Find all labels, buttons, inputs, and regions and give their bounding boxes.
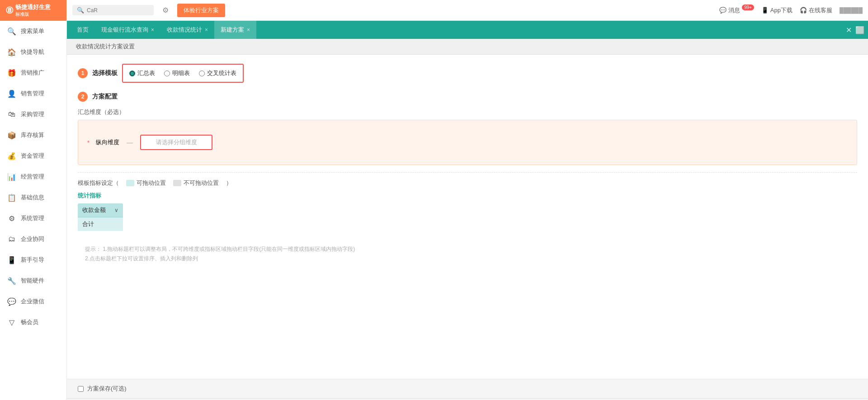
tab-cashflow[interactable]: 现金银行流水查询× xyxy=(95,21,160,39)
sidebar-item-label-quicknav: 快捷导航 xyxy=(21,48,44,56)
step2-title: 方案配置 xyxy=(92,93,118,101)
template-radio-group: 汇总表 明细表 交叉统计表 xyxy=(129,69,236,77)
sidebar-item-label-basic: 基础信息 xyxy=(21,193,44,202)
sidebar-item-label-hardware: 智能硬件 xyxy=(21,277,44,285)
notification-item[interactable]: 💬 消息 99+ xyxy=(719,6,754,14)
sidebar-item-finance[interactable]: 💰资金管理 xyxy=(0,146,66,166)
tab-close-receipt[interactable]: × xyxy=(205,27,208,33)
quicknav-icon: 🏠 xyxy=(7,48,16,56)
inventory-icon: 📦 xyxy=(7,131,16,140)
dimension-label: 汇总维度（必选） xyxy=(78,108,857,116)
dimension-row-label: 纵向维度 xyxy=(96,138,119,146)
stat-indicator-header[interactable]: 收款金额 ∨ xyxy=(78,203,123,217)
fixed-dot xyxy=(173,180,181,186)
form-container: 1 选择模板 汇总表 明细表 xyxy=(67,55,868,379)
tab-label-cashflow: 现金银行流水查询 xyxy=(101,26,148,34)
tab-new[interactable]: 新建方案× xyxy=(214,21,256,39)
support-label: 在线客服 xyxy=(809,6,832,14)
search-input[interactable] xyxy=(87,7,146,14)
radio-summary[interactable]: 汇总表 xyxy=(129,69,155,77)
dimension-select-placeholder: 请选择分组维度 xyxy=(156,139,197,146)
purchase-icon: 🛍 xyxy=(7,110,16,118)
sidebar-item-purchase[interactable]: 🛍采购管理 xyxy=(0,104,66,125)
tab-bar-actions: ✕ ⬜ xyxy=(846,26,864,34)
template-select-box: 汇总表 明细表 交叉统计表 xyxy=(122,64,244,83)
app-logo: ⑧ 畅捷通好生意 标准版 xyxy=(0,0,66,21)
search-icon: 🔍 xyxy=(77,7,84,14)
settings-icon[interactable]: ⚙ xyxy=(159,4,172,17)
top-bar: 🔍 ⚙ 体验行业方案 💬 消息 99+ 📱 App下载 🎧 在线客服 █████… xyxy=(67,0,868,21)
tip2: 2.点击标题栏下拉可设置排序、插入列和删除列 xyxy=(85,255,850,263)
step1-title: 选择模板 xyxy=(92,69,118,77)
user-name: ██████ xyxy=(840,7,863,14)
marketing-icon: 🎁 xyxy=(7,69,16,77)
radio-cross[interactable]: 交叉统计表 xyxy=(199,69,236,77)
sidebar-item-inventory[interactable]: 📦库存核算 xyxy=(0,125,66,146)
dimension-arrow: — xyxy=(127,139,133,146)
app-logo-text: ⑧ 畅捷通好生意 标准版 xyxy=(5,3,51,18)
sidebar-item-sales[interactable]: 👤销售管理 xyxy=(0,83,66,104)
step1-header: 1 选择模板 汇总表 明细表 xyxy=(78,64,857,83)
sidebar-item-label-sales: 销售管理 xyxy=(21,89,44,98)
tab-home[interactable]: 首页 xyxy=(71,21,95,39)
support-item[interactable]: 🎧 在线客服 xyxy=(800,6,832,14)
sidebar-item-coop[interactable]: 🗂企业协同 xyxy=(0,229,66,249)
save-checkbox-label[interactable]: 方案保存(可选) xyxy=(87,385,127,393)
notification-badge: 99+ xyxy=(742,5,754,10)
sidebar-item-label-guide: 新手引导 xyxy=(21,256,44,264)
sidebar-item-basic[interactable]: 📋基础信息 xyxy=(0,187,66,208)
sidebar-item-guide[interactable]: 📱新手引导 xyxy=(0,249,66,270)
tip1: 提示： 1.拖动标题栏可以调整布局，不可跨维度或指标区域拖动栏目字段(只能在同一… xyxy=(85,245,850,253)
content-area: 收款情况统计方案设置 1 选择模板 汇总表 xyxy=(67,39,868,400)
user-avatar[interactable]: ██████ xyxy=(840,7,863,14)
dimension-select-button[interactable]: 请选择分组维度 xyxy=(140,135,212,150)
app-name: 畅捷通好生意 xyxy=(15,3,51,11)
tab-close-cashflow[interactable]: × xyxy=(151,27,154,33)
required-star: * xyxy=(87,139,90,146)
page-header: 收款情况统计方案设置 xyxy=(67,39,868,55)
radio-detail[interactable]: 明细表 xyxy=(164,69,190,77)
industry-button[interactable]: 体验行业方案 xyxy=(177,4,225,17)
sidebar-item-label-operations: 经营管理 xyxy=(21,173,44,181)
sidebar-item-quicknav[interactable]: 🏠快捷导航 xyxy=(0,42,66,62)
sidebar-item-label-marketing: 营销推广 xyxy=(21,69,44,77)
download-label: App下载 xyxy=(770,6,793,14)
tab-label-new: 新建方案 xyxy=(221,26,244,34)
stat-indicator-dropdown-icon[interactable]: ∨ xyxy=(114,207,118,213)
download-item[interactable]: 📱 App下载 xyxy=(761,6,793,14)
sidebar-item-search[interactable]: 🔍搜索菜单 xyxy=(0,21,66,42)
tips-section: 提示： 1.拖动标题栏可以调整布局，不可跨维度或指标区域拖动栏目字段(只能在同一… xyxy=(78,240,857,270)
stat-indicator-body: 合计 xyxy=(78,217,123,231)
sidebar-item-operations[interactable]: 📊经营管理 xyxy=(0,166,66,187)
guide-icon: 📱 xyxy=(7,256,16,264)
sidebar: ⑧ 畅捷通好生意 标准版 🔍搜索菜单🏠快捷导航🎁营销推广👤销售管理🛍采购管理📦库… xyxy=(0,0,67,400)
sales-icon: 👤 xyxy=(7,89,16,98)
stat-indicator-card: 收款金额 ∨ 合计 xyxy=(78,203,123,231)
footer-save: 方案保存(可选) xyxy=(67,379,868,398)
maximize-icon[interactable]: ⬜ xyxy=(855,26,864,34)
sidebar-item-member[interactable]: ▽畅会员 xyxy=(0,312,66,333)
stat-indicators-label: 统计指标 xyxy=(78,192,857,200)
close-window-icon[interactable]: ✕ xyxy=(846,26,852,34)
tab-receipt[interactable]: 收款情况统计× xyxy=(160,21,214,39)
download-icon: 📱 xyxy=(761,7,769,14)
sidebar-item-hardware[interactable]: 🔧智能硬件 xyxy=(0,270,66,291)
step1-section: 1 选择模板 汇总表 明细表 xyxy=(78,64,857,83)
support-icon: 🎧 xyxy=(800,7,807,14)
sidebar-item-marketing[interactable]: 🎁营销推广 xyxy=(0,62,66,83)
sidebar-item-system[interactable]: ⚙系统管理 xyxy=(0,208,66,229)
app-edition: 标准版 xyxy=(15,11,51,18)
operations-icon: 📊 xyxy=(7,173,16,181)
sidebar-item-label-member: 畅会员 xyxy=(21,318,38,326)
save-checkbox[interactable] xyxy=(78,386,84,392)
step2-number: 2 xyxy=(78,92,88,102)
stat-indicator-sub: 合计 xyxy=(82,221,94,227)
sidebar-item-weixin[interactable]: 💬企业微信 xyxy=(0,291,66,312)
system-icon: ⚙ xyxy=(7,214,16,223)
movable-label: 可拖动位置 xyxy=(137,179,166,187)
notification-icon: 💬 xyxy=(719,7,726,14)
tab-bar: 首页现金银行流水查询×收款情况统计×新建方案× ✕ ⬜ xyxy=(67,21,868,39)
tab-label-receipt: 收款情况统计 xyxy=(167,26,202,34)
sidebar-item-label-weixin: 企业微信 xyxy=(21,297,44,306)
tab-close-new[interactable]: × xyxy=(247,27,250,33)
